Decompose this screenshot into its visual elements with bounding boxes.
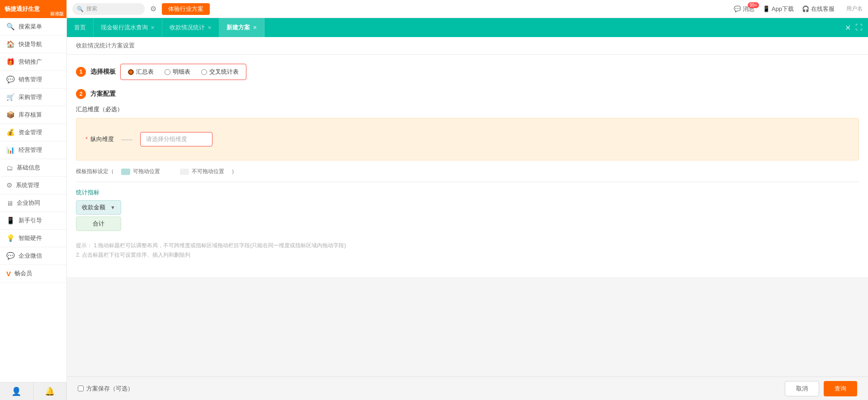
- main-area: 🔍 搜索 ⚙ 体验行业方案 💬 消息 99+ 📱 App下载 🎧 在线客服 用户…: [67, 0, 868, 400]
- sidebar-user-btn[interactable]: 👤: [0, 382, 33, 400]
- app-download-btn[interactable]: 📱 App下载: [763, 5, 794, 13]
- indicator-settings: 模板指标设定（ 可拖动位置 不可拖动位置 ）: [76, 168, 859, 231]
- topbar-right: 💬 消息 99+ 📱 App下载 🎧 在线客服 用户名: [734, 5, 863, 13]
- tab-collection-stat-close[interactable]: ✕: [208, 25, 212, 31]
- mobile-icon: 📱: [6, 216, 15, 225]
- gear-icon: ⚙: [6, 181, 12, 189]
- radio-summary[interactable]: 汇总表: [128, 68, 154, 76]
- sidebar-item-enterprise-coop[interactable]: 🖥 企业协同: [0, 194, 66, 212]
- tab-new-plan[interactable]: 新建方案 ✕: [219, 18, 264, 37]
- download-icon: 📱: [763, 5, 770, 12]
- chat-icon: 💬: [6, 75, 15, 84]
- message-icon: 💬: [734, 5, 741, 12]
- sidebar-item-quick-nav[interactable]: 🏠 快捷导航: [0, 36, 66, 53]
- logo-text: 畅捷通好生意: [5, 5, 40, 13]
- sidebar-item-newcomer[interactable]: 📱 新手引导: [0, 212, 66, 230]
- dimension-row: * 纵向维度 —— 请选择分组维度: [85, 132, 849, 146]
- sidebar-item-search-menu[interactable]: 🔍 搜索菜单: [0, 18, 66, 36]
- sidebar-item-label: 系统管理: [16, 181, 39, 189]
- tab-expand-action[interactable]: ⛶: [855, 24, 863, 32]
- draggable-legend: 可拖动位置: [121, 168, 160, 175]
- sidebar-item-label: 采购管理: [19, 93, 42, 101]
- config-section: 汇总维度（必选） * 纵向维度 —— 请选择分组维: [76, 105, 859, 259]
- username-label: 用户名: [846, 5, 863, 13]
- radio-detail-input[interactable]: [165, 69, 170, 75]
- sidebar-item-operation[interactable]: 📊 经营管理: [0, 141, 66, 159]
- radio-cross-input[interactable]: [201, 69, 207, 75]
- radio-summary-input[interactable]: [128, 69, 134, 75]
- radio-detail[interactable]: 明细表: [165, 68, 190, 76]
- save-checkbox[interactable]: [78, 386, 84, 391]
- tab-new-plan-label: 新建方案: [226, 24, 250, 32]
- support-label: 在线客服: [811, 5, 835, 13]
- tab-collection-stat[interactable]: 收款情况统计 ✕: [162, 18, 219, 37]
- sidebar-item-label: 营销推广: [19, 58, 42, 66]
- tip-1: 提示： 1.拖动标题栏可以调整布局，不可跨维度或指标区域拖动栏目字段(只能在同一…: [76, 242, 859, 249]
- save-label: 方案保存（可选）: [86, 385, 133, 393]
- sidebar-item-enterprise-wechat[interactable]: 💬 企业微信: [0, 247, 66, 265]
- sidebar-item-label: 智能硬件: [19, 234, 42, 242]
- radio-detail-label: 明细表: [173, 68, 190, 76]
- sidebar-item-basic[interactable]: 🗂 基础信息: [0, 159, 66, 177]
- trial-button[interactable]: 体验行业方案: [162, 3, 210, 15]
- step2-header: 2 方案配置: [76, 89, 859, 99]
- headset-icon: 🎧: [802, 5, 809, 12]
- notification-btn[interactable]: 💬 消息 99+: [734, 5, 755, 13]
- topbar: 🔍 搜索 ⚙ 体验行业方案 💬 消息 99+ 📱 App下载 🎧 在线客服 用户…: [67, 0, 868, 18]
- cancel-button[interactable]: 取消: [785, 381, 819, 396]
- edition-label: 标准版: [50, 11, 64, 17]
- sidebar-item-label: 基础信息: [17, 164, 40, 172]
- radio-cross[interactable]: 交叉统计表: [201, 68, 239, 76]
- settings-icon[interactable]: ⚙: [150, 5, 156, 13]
- chart-icon: 📊: [6, 146, 15, 154]
- sidebar-item-label: 资金管理: [19, 128, 42, 136]
- collection-amount-tag[interactable]: 收款金额 ▼: [76, 200, 121, 215]
- sidebar-item-member[interactable]: V 畅会员: [0, 265, 66, 282]
- sidebar-footer: 👤 🔔: [0, 382, 66, 400]
- radio-cross-label: 交叉统计表: [209, 68, 239, 76]
- box-icon: 📦: [6, 111, 15, 119]
- cart-icon: 🛒: [6, 93, 15, 101]
- sidebar-item-purchase[interactable]: 🛒 采购管理: [0, 89, 66, 106]
- chevron-down-icon: ▼: [110, 205, 115, 210]
- sidebar-item-label: 畅会员: [14, 269, 32, 278]
- money-icon: 💰: [6, 128, 15, 136]
- group-dim-select[interactable]: 请选择分组维度: [140, 132, 212, 146]
- arrow-separator: ——: [121, 136, 133, 143]
- search-icon: 🔍: [6, 23, 15, 31]
- query-button[interactable]: 查询: [824, 381, 857, 396]
- step2-num: 2: [76, 89, 86, 99]
- tab-new-plan-close[interactable]: ✕: [253, 25, 257, 31]
- sidebar-item-inventory[interactable]: 📦 库存核算: [0, 106, 66, 124]
- tab-home[interactable]: 首页: [67, 18, 94, 37]
- topbar-search[interactable]: 🔍 搜索: [72, 3, 145, 15]
- summary-dim-label: 汇总维度（必选）: [76, 105, 859, 113]
- sidebar-item-label: 销售管理: [19, 75, 42, 84]
- breadcrumb: 收款情况统计方案设置: [76, 42, 135, 49]
- download-label: App下载: [772, 5, 794, 13]
- sidebar-item-sales[interactable]: 💬 销售管理: [0, 71, 66, 89]
- sidebar-bell-btn[interactable]: 🔔: [33, 382, 67, 400]
- support-btn[interactable]: 🎧 在线客服: [802, 5, 835, 13]
- subtotal-tag: 合计: [76, 216, 121, 231]
- draggable-legend-box: [121, 169, 130, 175]
- tab-collection-stat-label: 收款情况统计: [170, 24, 205, 32]
- tab-bank-flow-close[interactable]: ✕: [151, 25, 155, 31]
- step1-section: 1 选择模板 汇总表 明细表 交叉统计表: [76, 64, 859, 80]
- sidebar: 畅捷通好生意 标准版 🔍 搜索菜单 🏠 快捷导航 🎁 营销推广 💬 销售管理 🛒…: [0, 0, 67, 400]
- monitor-icon: 🖥: [6, 199, 13, 207]
- save-option: 方案保存（可选）: [78, 385, 133, 393]
- sidebar-item-smart-hw[interactable]: 💡 智能硬件: [0, 230, 66, 247]
- sidebar-item-finance[interactable]: 💰 资金管理: [0, 124, 66, 141]
- sidebar-item-system[interactable]: ⚙ 系统管理: [0, 177, 66, 194]
- tab-bank-flow[interactable]: 现金银行流水查询 ✕: [94, 18, 162, 37]
- bottom-actions: 取消 查询: [785, 381, 857, 396]
- search-magnifier-icon: 🔍: [77, 6, 84, 12]
- gift-icon: 🎁: [6, 58, 15, 66]
- step2-section: 2 方案配置 汇总维度（必选） * 纵向维度: [76, 89, 859, 259]
- sidebar-item-label: 库存核算: [19, 111, 42, 119]
- tab-close-action[interactable]: ✕: [845, 24, 851, 32]
- sidebar-item-marketing[interactable]: 🎁 营销推广: [0, 53, 66, 71]
- indicator-header: 模板指标设定（ 可拖动位置 不可拖动位置 ）: [76, 168, 859, 175]
- sidebar-item-label: 搜索菜单: [19, 23, 42, 31]
